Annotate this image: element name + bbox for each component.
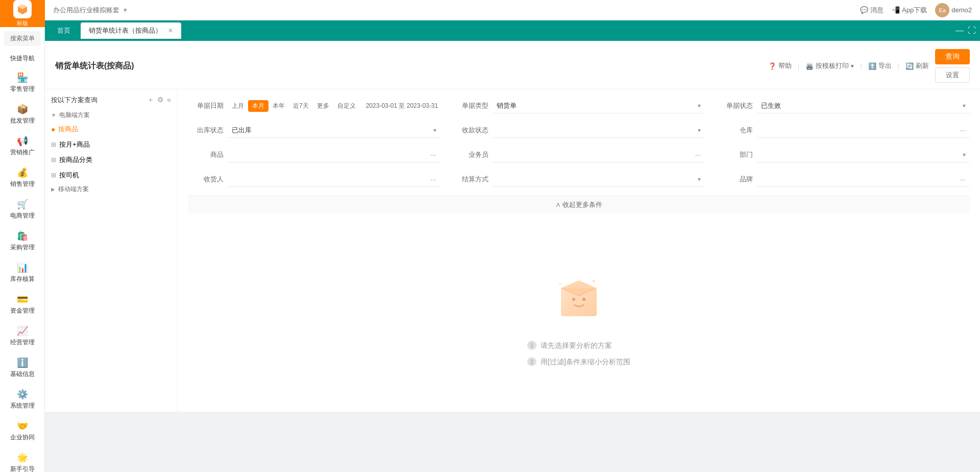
logo-icon: [13, 0, 32, 18]
sidebar-item-ecommerce[interactable]: 🛒 电商管理: [0, 194, 45, 225]
doctype-select[interactable]: 销货单 ▾: [493, 98, 705, 113]
consignee-dots[interactable]: ···: [430, 175, 436, 183]
date-btn-this-month[interactable]: 本月: [248, 100, 268, 112]
scheme-group-mobile[interactable]: ▶ 移动端方案: [45, 183, 177, 196]
tab-home[interactable]: 首页: [49, 22, 79, 39]
app-logo[interactable]: 标版: [0, 0, 45, 27]
scheme-item-by-month-product[interactable]: ⊞ 按月+商品: [45, 137, 177, 152]
doctype-value: 销货单: [497, 101, 517, 110]
sidebar-item-basic[interactable]: ℹ️ 基础信息: [0, 352, 45, 384]
tab-close-btn[interactable]: ✕: [168, 27, 173, 34]
sidebar-item-wholesale[interactable]: 📦 批发管理: [0, 99, 45, 130]
filter-brand-item: 品牌 ···: [717, 171, 970, 187]
docstatus-label: 单据状态: [717, 101, 753, 110]
collapse-bar[interactable]: ∧ 收起更多条件: [188, 196, 970, 214]
message-icon: 💬: [860, 6, 868, 14]
outstatus-select[interactable]: 已出库 ▾: [228, 123, 440, 138]
receiptstatus-select[interactable]: ▾: [493, 123, 705, 138]
salesperson-dots[interactable]: ···: [695, 151, 701, 159]
tip-text-1: 请先选择要分析的方案: [541, 338, 612, 352]
app-download-btn[interactable]: 📲 App下载: [892, 6, 927, 15]
tab-report[interactable]: 销货单统计表（按商品） ✕: [81, 22, 181, 39]
salesperson-input[interactable]: ···: [493, 147, 705, 162]
sidebar-item-operation[interactable]: 📈 经营管理: [0, 320, 45, 352]
divider2: |: [860, 62, 862, 70]
date-btn-7days[interactable]: 近7天: [289, 100, 313, 112]
download-icon: 📲: [892, 6, 900, 14]
receiptstatus-dropdown-icon: ▾: [698, 127, 701, 134]
docstatus-value: 已生效: [761, 101, 781, 110]
date-btn-custom[interactable]: 自定义: [333, 100, 360, 112]
salesperson-label: 业务员: [453, 150, 488, 159]
docstatus-dropdown-icon: ▾: [963, 102, 966, 109]
scheme-settings-btn[interactable]: ⚙: [157, 96, 164, 105]
tab-bar: 首页 销货单统计表（按商品） ✕ — ⛶: [45, 20, 980, 41]
dropdown-icon[interactable]: ▾: [124, 6, 127, 14]
outstatus-dropdown-icon: ▾: [433, 127, 436, 134]
help-btn[interactable]: ❓ 帮助: [768, 61, 792, 70]
warehouse-dots[interactable]: ···: [960, 126, 966, 134]
action-btns-right: 查询 设置: [935, 49, 970, 83]
scheme-collapse-btn[interactable]: «: [167, 96, 171, 105]
filter-outstatus-item: 出库状态 已出库 ▾: [188, 122, 440, 138]
sidebar-item-marketing[interactable]: 📢 营销推广: [0, 130, 45, 162]
doctype-label: 单据类型: [453, 101, 488, 110]
settings-button[interactable]: 设置: [935, 67, 970, 83]
tab-maximize-btn[interactable]: ⛶: [968, 26, 976, 35]
scheme-panel: 按以下方案查询 ＋ ⚙ « ▼ 电脑端方案 ● 按商品: [45, 89, 178, 412]
avatar: Ea: [935, 3, 949, 17]
filter-salesperson-item: 业务员 ···: [453, 147, 705, 163]
user-menu[interactable]: Ea demo2: [935, 3, 972, 17]
scheme-item-by-org[interactable]: ⊞ 按司机: [45, 168, 177, 183]
sidebar-item-newbie[interactable]: 🌟 新手引导: [0, 447, 45, 472]
empty-tips: 1 请先选择要分析的方案 2 用[过滤]条件来缩小分析范围: [527, 336, 630, 371]
purchase-icon: 🛍️: [17, 230, 28, 242]
filter-docstatus-item: 单据状态 已生效 ▾: [717, 98, 970, 114]
search-menu[interactable]: 搜索菜单: [4, 31, 41, 46]
scheme-item-by-category[interactable]: ⊞ 按商品分类: [45, 152, 177, 168]
scheme-header-actions: ＋ ⚙ «: [147, 96, 171, 105]
filter-area: 单据日期 上月 本月 本年 近7天 更多 自定义: [178, 89, 980, 222]
settlement-select[interactable]: ▾: [493, 172, 705, 187]
filter-row-3: 商品 ··· 业务员: [188, 147, 970, 163]
sidebar-item-system[interactable]: ⚙️ 系统管理: [0, 384, 45, 415]
scheme-item-by-product[interactable]: ● 按商品: [45, 122, 177, 137]
svg-point-4: [572, 298, 575, 301]
department-dropdown-icon: ▾: [963, 151, 966, 158]
outstatus-label: 出库状态: [188, 126, 224, 135]
export-btn[interactable]: ⬆️ 导出: [868, 61, 892, 70]
product-input[interactable]: ···: [228, 147, 440, 162]
tab-minimize-btn[interactable]: —: [955, 26, 964, 35]
product-dots[interactable]: ···: [430, 151, 436, 159]
refresh-btn[interactable]: 🔄 刷新: [905, 61, 929, 70]
print-btn[interactable]: 🖨️ 按模板打印 ▾: [805, 61, 854, 70]
department-label: 部门: [717, 150, 753, 159]
sidebar-item-sales[interactable]: 💰 销售管理: [0, 162, 45, 194]
date-btn-this-year[interactable]: 本年: [268, 100, 289, 112]
message-btn[interactable]: 💬 消息: [860, 6, 884, 15]
breadcrumb: 办公用品行业模拟账套 ▾: [53, 6, 127, 15]
sidebar-item-finance[interactable]: 💳 资金管理: [0, 289, 45, 320]
svg-point-5: [582, 298, 585, 301]
doctype-dropdown-icon: ▾: [698, 102, 701, 109]
warehouse-input[interactable]: ···: [757, 123, 970, 138]
home-tab-label: 首页: [57, 26, 70, 35]
query-button[interactable]: 查询: [935, 49, 970, 64]
brand-input[interactable]: ···: [757, 172, 970, 187]
sidebar-item-corp[interactable]: 🤝 企业协同: [0, 415, 45, 447]
ecommerce-icon: 🛒: [17, 199, 28, 210]
scheme-group-pc[interactable]: ▼ 电脑端方案: [45, 109, 177, 122]
retail-icon: 🏪: [17, 72, 28, 83]
date-btn-last-month[interactable]: 上月: [228, 100, 248, 112]
date-btn-more[interactable]: 更多: [313, 100, 333, 112]
quick-nav[interactable]: 快捷导航: [10, 50, 35, 67]
sidebar-item-retail[interactable]: 🏪 零售管理: [0, 67, 45, 99]
scheme-add-btn[interactable]: ＋: [147, 96, 154, 105]
sidebar-item-purchase[interactable]: 🛍️ 采购管理: [0, 225, 45, 257]
sidebar-item-inventory[interactable]: 📊 库存核算: [0, 257, 45, 289]
settlement-dropdown-icon: ▾: [698, 176, 701, 183]
department-select[interactable]: ▾: [757, 147, 970, 162]
docstatus-select[interactable]: 已生效 ▾: [757, 98, 970, 113]
brand-dots[interactable]: ···: [960, 175, 966, 183]
consignee-input[interactable]: ···: [228, 172, 440, 187]
